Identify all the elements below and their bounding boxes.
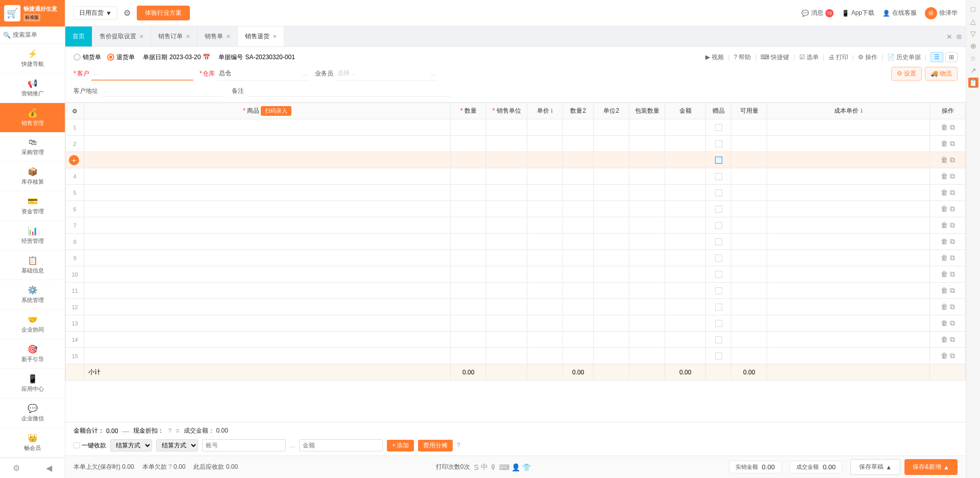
delete-row-11-icon[interactable]: 🗑: [941, 286, 948, 295]
copy-row-15-icon[interactable]: ⧉: [950, 351, 955, 360]
delete-row-12-icon[interactable]: 🗑: [941, 303, 948, 311]
gift-checkbox-10[interactable]: [715, 271, 722, 278]
delete-row-3-icon[interactable]: 🗑: [941, 156, 948, 164]
action-help[interactable]: ? 帮助: [734, 53, 751, 62]
collapse-icon[interactable]: ◀: [46, 463, 52, 473]
cost-split-help-icon[interactable]: ?: [457, 442, 460, 449]
amount-input[interactable]: [299, 439, 383, 451]
copy-row-8-icon[interactable]: ⧉: [950, 237, 955, 246]
gift-checkbox-13[interactable]: [715, 320, 722, 327]
amount-cell-2[interactable]: [665, 136, 706, 152]
copy-row-4-icon[interactable]: ⧉: [950, 172, 955, 181]
delete-row-6-icon[interactable]: 🗑: [941, 205, 948, 213]
gift-checkbox-3[interactable]: [715, 157, 722, 164]
list-view-btn[interactable]: ☰: [930, 52, 943, 62]
available-cell-3[interactable]: [731, 152, 767, 168]
logistics-btn[interactable]: 🚚 物流: [925, 67, 958, 81]
topbar-gear-icon[interactable]: ⚙: [121, 6, 133, 20]
calc-method-select[interactable]: 结算方式: [156, 439, 198, 451]
gift-checkbox-11[interactable]: [715, 287, 722, 294]
save-new-btn[interactable]: 保存&新增 ▲: [904, 459, 958, 475]
warehouse-input[interactable]: 总仓 ...: [217, 66, 309, 81]
app-download-btn[interactable]: 📱 App下载: [842, 9, 874, 17]
sidebar-item-quick-nav[interactable]: ⚡ 快捷导航: [0, 44, 65, 73]
sidebar-item-app-center[interactable]: 📱 应用中心: [0, 369, 65, 398]
delete-row-9-icon[interactable]: 🗑: [941, 254, 948, 262]
sidebar-item-sales[interactable]: 💰 销售管理: [0, 103, 65, 133]
qty2-cell-1[interactable]: [563, 119, 594, 136]
gift-checkbox-4[interactable]: [715, 173, 722, 180]
copy-row-6-icon[interactable]: ⧉: [950, 205, 955, 213]
copy-row-5-icon[interactable]: ⧉: [950, 188, 955, 197]
amount-cell-3[interactable]: [665, 152, 706, 168]
copy-row-2-icon[interactable]: ⧉: [950, 139, 955, 148]
product-cell-3[interactable]: [84, 152, 451, 168]
question-icon-discount[interactable]: ?: [168, 427, 172, 435]
tab-sale-return[interactable]: 销售退货 ✕: [238, 27, 284, 46]
account-input[interactable]: [202, 439, 286, 451]
sidebar-item-purchase[interactable]: 🛍 采购管理: [0, 133, 65, 162]
delete-row-1-icon[interactable]: 🗑: [941, 123, 948, 132]
sidebar-item-finance[interactable]: 💳 资金管理: [0, 191, 65, 221]
action-select[interactable]: ☑ 选单: [799, 53, 819, 62]
unit2-cell-2[interactable]: [594, 136, 629, 152]
online-service-btn[interactable]: 👤 在线客服: [883, 9, 917, 17]
gift-checkbox-8[interactable]: [715, 238, 722, 245]
user-profile[interactable]: 徐 徐泽华: [925, 7, 958, 19]
copy-row-11-icon[interactable]: ⧉: [950, 286, 955, 295]
available-cell-2[interactable]: [731, 136, 767, 152]
tab-home[interactable]: 首页: [65, 27, 92, 46]
gift-checkbox-12[interactable]: [715, 304, 722, 311]
address-input[interactable]: ...: [101, 85, 224, 97]
tab-sale-goods[interactable]: 销售单 ✕: [198, 27, 238, 46]
tab-sale-setting[interactable]: 售价提取设置 ✕: [92, 27, 151, 46]
action-operate[interactable]: ⚙ 操作: [858, 53, 877, 62]
message-btn[interactable]: 💬 消息 70: [801, 9, 834, 17]
gift-checkbox-9[interactable]: [715, 255, 722, 262]
amount-cell-1[interactable]: [665, 119, 706, 136]
cost-split-btn[interactable]: 费用分摊: [418, 440, 453, 451]
tab-close-sale-return[interactable]: ✕: [273, 34, 277, 39]
th-settings[interactable]: ⚙: [66, 103, 84, 119]
qty-cell-1[interactable]: [451, 119, 486, 136]
delete-row-15-icon[interactable]: 🗑: [941, 351, 948, 360]
qty-cell-3[interactable]: [451, 152, 486, 168]
settings-bottom-icon[interactable]: ⚙: [13, 463, 20, 473]
close-all-tabs-icon[interactable]: ✕: [946, 33, 952, 41]
tab-sale-order[interactable]: 销售订单 ✕: [151, 27, 198, 46]
radio-sale-goods[interactable]: 销货单: [74, 53, 101, 62]
copy-row-10-icon[interactable]: ⧉: [950, 270, 955, 279]
expand-icon[interactable]: ⊞: [957, 33, 962, 40]
search-menu-item[interactable]: 🔍 搜索菜单: [0, 27, 65, 44]
unit-cell-2[interactable]: [486, 136, 527, 152]
product-cell-2[interactable]: [84, 136, 451, 152]
save-draft-btn[interactable]: 保存草稿 ▲: [850, 459, 900, 475]
copy-row-3-icon[interactable]: ⧉: [950, 156, 955, 164]
copy-row-7-icon[interactable]: ⧉: [950, 221, 955, 230]
customer-input[interactable]: ...: [91, 66, 193, 81]
right-panel-icon-3[interactable]: ▽: [968, 29, 978, 39]
right-panel-icon-1[interactable]: □: [968, 4, 978, 14]
sidebar-item-basic-info[interactable]: 📋 基础信息: [0, 250, 65, 280]
copy-row-14-icon[interactable]: ⧉: [950, 335, 955, 344]
pack-cell-1[interactable]: [629, 119, 665, 136]
action-video[interactable]: ▶ 视频: [705, 53, 724, 62]
qty-cell-2[interactable]: [451, 136, 486, 152]
sidebar-item-inventory[interactable]: 📦 库存核算: [0, 162, 65, 191]
delete-row-2-icon[interactable]: 🗑: [941, 139, 948, 148]
delete-row-4-icon[interactable]: 🗑: [941, 172, 948, 181]
add-item-btn[interactable]: + 添加: [387, 440, 414, 451]
copy-row-13-icon[interactable]: ⧉: [950, 319, 955, 328]
gift-checkbox-5[interactable]: [715, 189, 722, 196]
cost-cell-1[interactable]: [767, 119, 930, 136]
copy-row-12-icon[interactable]: ⧉: [950, 303, 955, 311]
billing-method-select[interactable]: 结算方式: [110, 439, 152, 451]
unit-cell-3[interactable]: [486, 152, 527, 168]
staff-input[interactable]: 选择... ...: [335, 66, 437, 81]
sidebar-item-system[interactable]: ⚙️ 系统管理: [0, 280, 65, 310]
right-panel-icon-2[interactable]: △: [968, 16, 978, 27]
unit2-cell-1[interactable]: [594, 119, 629, 136]
price-cell-2[interactable]: [527, 136, 563, 152]
scan-input-btn[interactable]: 扫码录入: [261, 106, 291, 116]
tab-close-sale-goods[interactable]: ✕: [226, 34, 230, 39]
